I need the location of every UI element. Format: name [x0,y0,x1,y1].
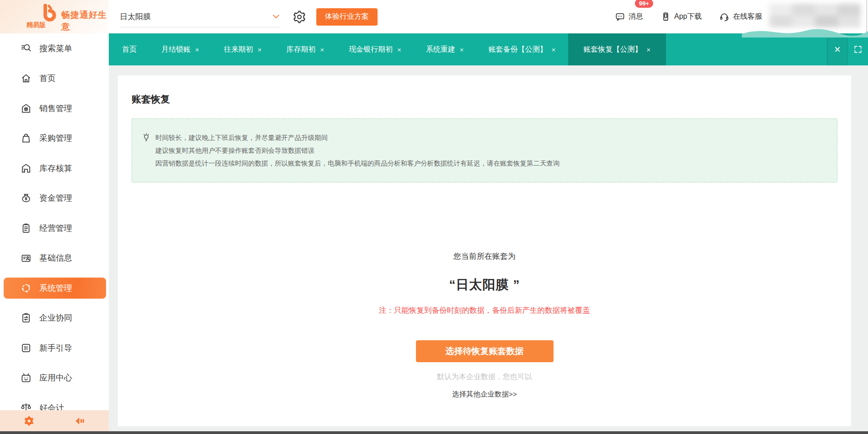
operations-icon [20,222,32,234]
sidebar-menu: 搜索菜单首页销售管理采购管理库存核算资金管理经营管理基础信息系统管理企业协同新新… [0,33,109,410]
tab-label: 账套恢复【公测】 [584,45,642,54]
bottom-edge-bar [0,431,868,434]
tab-4[interactable]: 库存期初× [274,33,337,65]
app-download-button[interactable]: App下载 [660,11,702,22]
inventory-icon [20,162,32,174]
tab-3[interactable]: 往来期初× [212,33,274,65]
tip-box: 时间较长，建议晚上下班后恢复，并尽量避开产品升级期间建议恢复时其他用户不要操作账… [132,118,837,182]
sidebar-footer [0,410,109,431]
main-content: 账套恢复 时间较长，建议晚上下班后恢复，并尽量避开产品升级期间建议恢复时其他用户… [109,65,868,431]
svg-text:新: 新 [24,345,29,351]
tab-7[interactable]: 账套备份【公测】× [476,33,568,65]
sidebar-item-label: 企业协同 [39,312,72,323]
blurred-username [769,4,861,27]
chevron-down-icon [272,12,281,21]
headset-icon [719,11,730,22]
sidebar-item-label: 系统管理 [39,283,72,294]
sidebar-item-system[interactable]: 系统管理 [4,278,106,299]
industry-solution-button[interactable]: 体验行业方案 [316,8,378,26]
collapse-sidebar-icon[interactable] [74,415,85,427]
message-icon [615,11,625,22]
purchase-icon [20,132,32,144]
sidebar-item-label: 库存核算 [39,163,72,174]
tab-close-icon[interactable]: × [552,46,556,54]
sidebar-item-purchase[interactable]: 采购管理 [0,123,109,154]
appcenter-icon [20,372,32,384]
tab-5[interactable]: 现金银行期初× [336,33,414,65]
sidebar-item-label: 应用中心 [39,372,72,383]
messages-button[interactable]: 消息 99+ [615,11,643,22]
sales-icon [20,102,32,114]
sidebar-item-label: 基础信息 [39,252,72,263]
tab-close-icon[interactable]: × [320,46,325,54]
funds-icon [20,192,32,204]
tab-close-icon[interactable]: × [397,46,401,54]
tip-lines: 时间较长，建议晚上下班后恢复，并尽量避开产品升级期间建议恢复时其他用户不要操作账… [155,131,560,170]
brand-name: 畅捷通好生意 [61,9,109,33]
online-support-button[interactable]: 在线客服 [719,11,762,22]
account-select[interactable]: 日太阳膜 [120,6,281,27]
sidebar-item-sales[interactable]: 销售管理 [0,93,109,123]
tab-2[interactable]: 月结锁账× [149,33,212,65]
tab-close-icon[interactable]: × [195,46,199,54]
tab-close-icon[interactable]: × [258,46,262,54]
messages-label: 消息 [628,12,643,21]
scale-icon [20,402,32,410]
sidebar-item-label: 搜索菜单 [39,43,72,54]
current-account-label: 您当前所在账套为 [453,251,516,262]
sidebar-item-label: 经营管理 [39,223,72,234]
top-bar: 畅捷通好生意 精易版 日太阳膜 体验行业方案 消息 99+ [0,0,868,33]
restore-center-area: 您当前所在账套为 “日太阳膜 ” 注：只能恢复到备份时刻的数据，备份后新产生的数… [132,182,837,399]
tab-6[interactable]: 系统重建× [414,33,476,65]
footer-gear-icon[interactable] [23,415,35,427]
close-tab-icon[interactable]: × [827,33,847,65]
sidebar: 搜索菜单首页销售管理采购管理库存核算资金管理经营管理基础信息系统管理企业协同新新… [0,33,109,431]
select-other-company-link[interactable]: 选择其他企业数据>> [452,390,517,399]
tab-close-icon[interactable]: × [647,46,651,54]
sidebar-item-operations[interactable]: 经营管理 [0,213,109,243]
brand-zone: 畅捷通好生意 精易版 [0,0,109,33]
tab-label: 系统重建 [426,45,455,54]
fullscreen-button[interactable] [847,33,868,65]
sidebar-item-label: 销售管理 [39,103,72,114]
tab-8[interactable]: 账套恢复【公测】× [568,33,666,65]
sidebar-item-appcenter[interactable]: 应用中心 [0,363,109,393]
sidebar-item-newbie[interactable]: 新新手引导 [0,333,109,363]
settings-gear-icon[interactable] [293,10,306,24]
sidebar-item-home[interactable]: 首页 [0,64,109,94]
tip-line: 因营销数据是统计一段连续时间的数据，所以账套恢复后，电脑和手机端的商品分析和客户… [155,157,560,170]
sidebar-item-scale[interactable]: 好会计 [0,393,109,410]
online-support-label: 在线客服 [733,12,762,21]
sidebar-item-inventory[interactable]: 库存核算 [0,153,109,183]
default-data-hint: 默认为本企业数据，您也可以 [437,372,532,382]
search-icon [20,43,32,54]
system-icon [20,282,32,294]
tab-label: 库存期初 [287,45,316,54]
sidebar-item-collab[interactable]: 企业协同 [0,303,109,333]
blurred-user-area [769,0,868,36]
sidebar-item-funds[interactable]: 资金管理 [0,183,109,214]
sidebar-item-label: 首页 [39,73,56,84]
brand-edition: 精易版 [27,21,46,29]
restore-warning-text: 注：只能恢复到备份时刻的数据，备份后新产生的数据将被覆盖 [379,305,590,316]
current-account-name: “日太阳膜 ” [449,276,520,294]
tab-label: 月结锁账 [161,45,191,54]
tab-1[interactable]: 首页 [110,33,149,65]
tip-line: 建议恢复时其他用户不要操作账套否则会导致数据错误 [155,144,560,157]
account-restore-panel: 账套恢复 时间较长，建议晚上下班后恢复，并尽量避开产品升级期间建议恢复时其他用户… [118,75,851,426]
app-window: 畅捷通好生意 精易版 日太阳膜 体验行业方案 消息 99+ [0,0,868,434]
tip-line: 时间较长，建议晚上下班后恢复，并尽量避开产品升级期间 [155,131,560,144]
sidebar-item-baseinfo[interactable]: 基础信息 [0,243,109,273]
baseinfo-icon [20,252,32,264]
lightbulb-icon [141,132,151,142]
fullscreen-icon [853,45,863,54]
top-right-group: 消息 99+ App下载 在线客服 [615,0,762,33]
tab-controls: × [827,33,868,65]
tab-list: 首页月结锁账×往来期初×库存期初×现金银行期初×系统重建×账套备份【公测】×账套… [109,33,827,65]
collab-icon [20,312,32,324]
select-restore-data-button[interactable]: 选择待恢复账套数据 [416,340,554,362]
sidebar-item-search[interactable]: 搜索菜单 [0,33,109,64]
home-icon [20,72,32,84]
sidebar-item-label: 采购管理 [39,133,72,144]
tab-close-icon[interactable]: × [460,46,464,54]
